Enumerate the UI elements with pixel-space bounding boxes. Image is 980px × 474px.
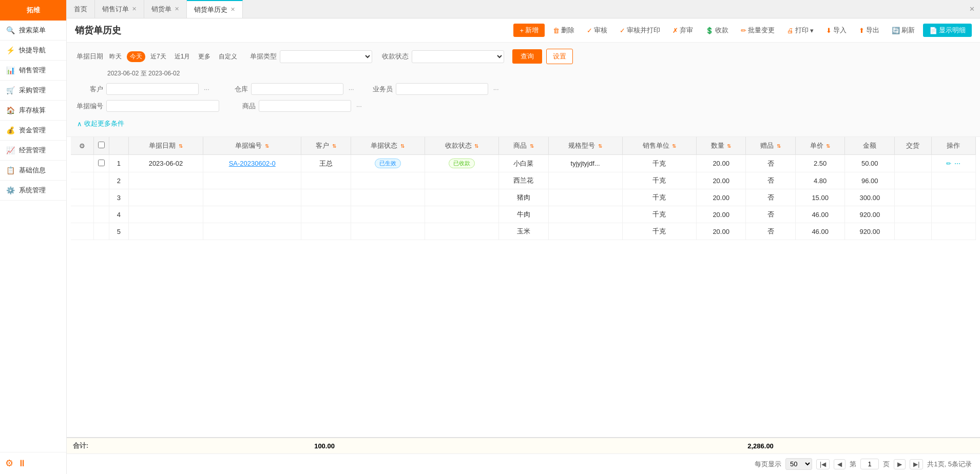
collect-button[interactable]: 💲 收款	[701, 24, 733, 37]
cell-customer: 王总	[301, 155, 351, 172]
cell-doc-no	[203, 223, 301, 240]
col-collect-status[interactable]: 收款状态 ⇅	[425, 137, 498, 155]
audit-print-button[interactable]: ✓ 审核并打印	[616, 24, 664, 37]
ops-mgmt-icon: 📈	[6, 146, 15, 154]
col-doc-no[interactable]: 单据编号 ⇅	[203, 137, 301, 155]
tab-sales-history-close[interactable]: ✕	[230, 6, 235, 13]
cell-amount: 96.00	[845, 172, 895, 189]
warehouse-dots-btn[interactable]: ···	[347, 85, 356, 93]
prev-page-button[interactable]: ◀	[834, 459, 846, 469]
tab-sales-history[interactable]: 销货单历史 ✕	[187, 0, 243, 18]
cell-gift: 否	[746, 155, 796, 172]
col-gift[interactable]: 赠品 ⇅	[746, 137, 796, 155]
col-settings[interactable]: ⚙	[71, 137, 94, 155]
table-row: 2 西兰花 千克 20.00 否 4.80 96.00	[71, 172, 976, 189]
table-row: 1 2023-06-02 SA-20230602-0 王总 已生效 已收款 小白…	[71, 155, 976, 172]
collect-status-select[interactable]	[412, 50, 504, 63]
date-yesterday[interactable]: 昨天	[106, 51, 125, 62]
doc-no-input[interactable]	[106, 100, 219, 112]
customer-label: 客户	[75, 85, 103, 94]
select-all-checkbox[interactable]	[98, 142, 105, 148]
customer-dots-btn[interactable]: ···	[202, 85, 212, 93]
page-number-input[interactable]	[860, 459, 879, 469]
sidebar-item-quick-nav[interactable]: ⚡ 快捷导航	[0, 41, 66, 61]
col-goods[interactable]: 商品 ⇅	[499, 137, 549, 155]
print-icon: 🖨	[787, 27, 794, 34]
export-button[interactable]: ⬆ 导出	[855, 24, 883, 37]
sidebar-collapse-button[interactable]: ⏸	[17, 458, 27, 469]
sidebar-item-sales-mgmt[interactable]: 📊 销售管理	[0, 61, 66, 81]
delete-button[interactable]: 🗑 删除	[549, 24, 579, 37]
next-page-button[interactable]: ▶	[894, 459, 906, 469]
batch-change-button[interactable]: ✏ 批量变更	[737, 24, 779, 37]
new-button[interactable]: + 新增	[513, 24, 545, 37]
collapse-button[interactable]: ∧ 收起更多条件	[75, 117, 972, 130]
cell-amount: 50.00	[845, 155, 895, 172]
audit-button[interactable]: ✓ 审核	[583, 24, 611, 37]
sales-rep-dots-btn[interactable]: ···	[491, 85, 501, 93]
customer-input[interactable]	[106, 83, 199, 95]
tab-sales-order-close[interactable]: ✕	[132, 6, 137, 12]
export-icon: ⬆	[859, 27, 864, 34]
date-today[interactable]: 今天	[127, 51, 145, 62]
sidebar-item-search-menu[interactable]: 🔍 搜索菜单	[0, 21, 66, 41]
abandon-button[interactable]: ✗ 弃审	[668, 24, 697, 37]
cell-settings	[71, 172, 94, 189]
tab-sales-goods-close[interactable]: ✕	[175, 6, 179, 12]
date-1month[interactable]: 近1月	[171, 51, 194, 62]
goods-dots-btn[interactable]: ···	[354, 102, 364, 110]
col-unit-price[interactable]: 单价 ⇅	[795, 137, 845, 155]
cell-collect-status	[425, 172, 498, 189]
doc-no-link[interactable]: SA-20230602-0	[229, 160, 276, 167]
tab-sales-order[interactable]: 销售订单 ✕	[95, 0, 144, 18]
first-page-button[interactable]: |◀	[816, 459, 830, 469]
sales-rep-input[interactable]	[396, 83, 488, 95]
tab-sales-goods[interactable]: 销货单 ✕	[144, 0, 187, 18]
row-checkbox[interactable]	[98, 160, 105, 166]
refresh-button[interactable]: 🔄 刷新	[888, 24, 919, 37]
show-detail-label: 显示明细	[939, 26, 966, 35]
sidebar-item-ops-mgmt[interactable]: 📈 经营管理	[0, 141, 66, 161]
per-page-select[interactable]: 50 100 200	[785, 458, 812, 470]
cell-unit-price: 15.00	[795, 189, 845, 206]
table-row: 5 玉米 千克 20.00 否 46.00 920.00	[71, 223, 976, 240]
col-quantity[interactable]: 数量 ⇅	[696, 137, 746, 155]
cell-spec	[548, 189, 622, 206]
page-title: 销货单历史	[75, 24, 121, 36]
tab-home[interactable]: 首页	[67, 0, 95, 18]
col-actions-label: 操作	[947, 142, 960, 149]
doc-type-label: 单据类型	[248, 52, 277, 61]
setting-button[interactable]: 设置	[546, 49, 573, 64]
sidebar-item-purchase-mgmt[interactable]: 🛒 采购管理	[0, 81, 66, 101]
col-spec[interactable]: 规格型号 ⇅	[548, 137, 622, 155]
date-more[interactable]: 更多	[195, 51, 214, 62]
show-detail-button[interactable]: 📄 显示明细	[923, 24, 972, 37]
col-doc-status[interactable]: 单据状态 ⇅	[351, 137, 425, 155]
doc-date-sort-icon: ⇅	[179, 143, 183, 149]
goods-input[interactable]	[259, 100, 351, 112]
warehouse-input[interactable]	[251, 83, 343, 95]
sidebar-item-basic-info[interactable]: 📋 基础信息	[0, 161, 66, 181]
date-custom[interactable]: 自定义	[216, 51, 240, 62]
col-doc-status-label: 单据状态	[371, 142, 397, 149]
last-page-button[interactable]: ▶|	[910, 459, 923, 469]
doc-type-select[interactable]	[280, 50, 372, 63]
more-action-btn[interactable]: ⋯	[953, 160, 962, 167]
query-button[interactable]: 查询	[512, 49, 542, 64]
col-goods-label: 商品	[513, 142, 527, 149]
cell-spec	[548, 172, 622, 189]
sidebar-item-finance-mgmt[interactable]: 💰 资金管理	[0, 121, 66, 141]
sidebar-item-sys-mgmt[interactable]: ⚙️ 系统管理	[0, 181, 66, 201]
cell-transaction	[895, 155, 932, 172]
edit-action-btn[interactable]: ✏	[945, 160, 953, 167]
col-doc-date[interactable]: 单据日期 ⇅	[128, 137, 203, 155]
import-button[interactable]: ⬇ 导入	[822, 24, 851, 37]
date-7days[interactable]: 近7天	[147, 51, 169, 62]
sidebar-item-inventory-calc[interactable]: 🏠 库存核算	[0, 101, 66, 121]
print-button[interactable]: 🖨 打印 ▾	[783, 24, 818, 37]
sidebar-settings-button[interactable]: ⚙	[5, 458, 13, 469]
col-customer[interactable]: 客户 ⇅	[301, 137, 351, 155]
cell-doc-date: 2023-06-02	[128, 155, 203, 172]
close-all-tabs-button[interactable]: ✕	[964, 0, 980, 18]
col-sales-unit[interactable]: 销售单位 ⇅	[622, 137, 696, 155]
